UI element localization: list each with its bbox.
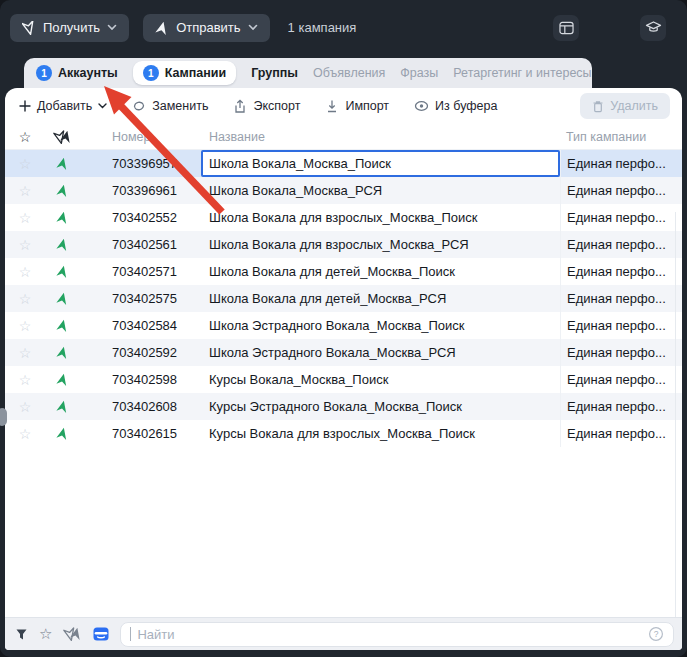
table-row[interactable]: ☆ 703402598 Курсы Вокала_Москва_Поиск Ед… (5, 366, 682, 393)
filter-funnel-icon[interactable] (15, 628, 28, 641)
tab-label: Объявления (313, 66, 385, 80)
campaign-type: Единая перфо... (560, 366, 682, 393)
campaign-number: 703402571 (79, 264, 201, 279)
graduation-cap-icon (645, 20, 662, 35)
star-icon[interactable]: ☆ (5, 399, 45, 415)
entity-tabs: 1 Аккаунты 1 Кампании Группы Объявления … (24, 58, 592, 88)
education-button[interactable] (640, 15, 666, 41)
top-toolbar: Получить Отправить 1 кампания (0, 0, 687, 55)
table-row[interactable]: ☆ 703396957 Школа Вокала_Москва_Поиск Ед… (5, 150, 682, 177)
panel-resize-handle[interactable] (0, 408, 7, 426)
campaign-name-cell[interactable]: Школа Вокала для взрослых_Москва_РСЯ (201, 231, 560, 258)
column-header-name[interactable]: Название (201, 124, 560, 149)
table-row[interactable]: ☆ 703402561 Школа Вокала для взрослых_Мо… (5, 231, 682, 258)
replace-label: Заменить (152, 99, 208, 113)
chevron-down-icon (107, 24, 117, 31)
filter-bar: ☆ ? (5, 617, 682, 650)
campaign-type: Единая перфо... (560, 258, 682, 285)
campaign-number: 703402615 (79, 426, 201, 441)
layout-columns-button[interactable] (553, 15, 579, 41)
campaign-type: Единая перфо... (560, 420, 682, 447)
sent-state-icon (45, 292, 79, 305)
receive-button[interactable]: Получить (10, 14, 129, 42)
tab-retargeting: Ретаргетинг и интересы (453, 66, 591, 80)
campaign-type: Единая перфо... (560, 204, 682, 231)
campaign-type: Единая перфо... (560, 177, 682, 204)
column-header-number[interactable]: Номер (79, 130, 201, 144)
campaign-number: 703396961 (79, 183, 201, 198)
help-icon[interactable]: ? (648, 626, 664, 642)
buffer-label: Из буфера (435, 99, 497, 113)
receive-arrow-icon (22, 21, 36, 35)
campaign-name-cell[interactable]: Школа Вокала для детей_Москва_РСЯ (201, 285, 560, 312)
star-filter-icon[interactable]: ☆ (39, 625, 52, 643)
campaign-number: 703402608 (79, 399, 201, 414)
star-icon[interactable]: ☆ (5, 183, 45, 199)
star-column-header-icon[interactable]: ☆ (5, 129, 45, 145)
table-row[interactable]: ☆ 703402608 Курсы Эстрадного Вокала_Моск… (5, 393, 682, 420)
star-icon[interactable]: ☆ (5, 264, 45, 280)
tab-groups[interactable]: Группы (251, 66, 298, 80)
campaign-name-cell[interactable]: Школа Вокала_Москва_Поиск (201, 150, 560, 177)
star-icon[interactable]: ☆ (5, 372, 45, 388)
campaign-number: 703402584 (79, 318, 201, 333)
delete-label: Удалить (610, 99, 658, 113)
table-row[interactable]: ☆ 703402584 Школа Эстрадного Вокала_Моск… (5, 312, 682, 339)
table-row[interactable]: ☆ 703402575 Школа Вокала для детей_Москв… (5, 285, 682, 312)
from-buffer-button[interactable]: Из буфера (414, 99, 497, 113)
tab-label: Ретаргетинг и интересы (453, 66, 591, 80)
sent-state-icon (45, 400, 79, 413)
table-row[interactable]: ☆ 703402571 Школа Вокала для детей_Москв… (5, 258, 682, 285)
campaign-name-cell[interactable]: Курсы Эстрадного Вокала_Москва_Поиск (201, 393, 560, 420)
star-icon[interactable]: ☆ (5, 156, 45, 172)
campaign-type: Единая перфо... (560, 393, 682, 420)
sync-state-filter-icon[interactable] (63, 627, 82, 641)
table-row[interactable]: ☆ 703402592 Школа Эстрадного Вокала_Моск… (5, 339, 682, 366)
tab-label: Фразы (400, 66, 438, 80)
star-icon[interactable]: ☆ (5, 345, 45, 361)
trash-icon (592, 100, 604, 113)
campaign-name-cell[interactable]: Школа Вокала для детей_Москва_Поиск (201, 258, 560, 285)
tab-label: Группы (251, 66, 298, 80)
import-button[interactable]: Импорт (325, 99, 389, 114)
sent-state-icon (45, 265, 79, 278)
campaign-name-cell[interactable]: Школа Эстрадного Вокала_Москва_РСЯ (201, 339, 560, 366)
star-icon[interactable]: ☆ (5, 210, 45, 226)
plus-icon (19, 100, 31, 112)
import-label: Импорт (345, 99, 389, 113)
search-box[interactable]: ? (120, 622, 674, 647)
campaign-name-cell[interactable]: Школа Вокала для взрослых_Москва_Поиск (201, 204, 560, 231)
table-row[interactable]: ☆ 703402615 Курсы Вокала для взрослых_Мо… (5, 420, 682, 447)
inbox-filter-icon[interactable] (93, 627, 109, 641)
table-layout-icon (559, 21, 574, 35)
delete-button[interactable]: Удалить (580, 93, 670, 119)
export-button[interactable]: Экспорт (233, 99, 300, 114)
add-label: Добавить (37, 99, 92, 113)
import-icon (325, 99, 339, 114)
star-icon[interactable]: ☆ (5, 237, 45, 253)
star-icon[interactable]: ☆ (5, 426, 45, 442)
table-header: ☆ Номер Название Тип кампании (5, 124, 682, 150)
sent-state-icon (45, 373, 79, 386)
tab-label: Кампании (165, 66, 226, 80)
sent-state-icon (45, 157, 79, 170)
table-row[interactable]: ☆ 703402552 Школа Вокала для взрослых_Мо… (5, 204, 682, 231)
tab-accounts[interactable]: 1 Аккаунты (36, 65, 118, 81)
campaign-name-cell[interactable]: Курсы Вокала_Москва_Поиск (201, 366, 560, 393)
sync-state-column-header-icon[interactable] (45, 130, 79, 144)
search-input[interactable] (137, 627, 642, 642)
table-row[interactable]: ☆ 703396961 Школа Вокала_Москва_РСЯ Един… (5, 177, 682, 204)
sent-state-icon (45, 211, 79, 224)
campaign-name-cell[interactable]: Курсы Вокала для взрослых_Москва_Поиск (201, 420, 560, 447)
column-header-type[interactable]: Тип кампании (560, 124, 682, 149)
star-icon[interactable]: ☆ (5, 291, 45, 307)
send-button[interactable]: Отправить (143, 14, 269, 42)
campaign-name-cell[interactable]: Школа Эстрадного Вокала_Москва_Поиск (201, 312, 560, 339)
tab-ads: Объявления (313, 66, 385, 80)
add-button[interactable]: Добавить (19, 99, 107, 113)
chevron-down-icon (98, 103, 107, 109)
campaign-name-cell[interactable]: Школа Вокала_Москва_РСЯ (201, 177, 560, 204)
tab-campaigns[interactable]: 1 Кампании (133, 61, 236, 85)
replace-button[interactable]: Заменить (132, 99, 208, 113)
star-icon[interactable]: ☆ (5, 318, 45, 334)
